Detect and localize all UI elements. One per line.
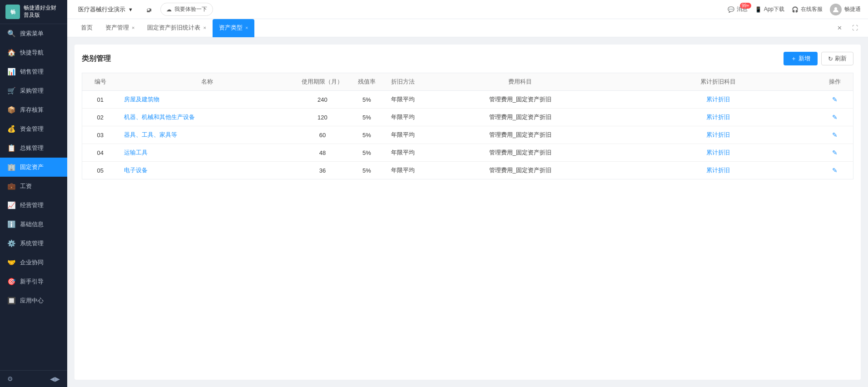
accum-link-3[interactable]: 累计折旧: [706, 131, 730, 138]
sidebar-item-label: 工资: [20, 182, 32, 190]
sidebar-item-app-center[interactable]: 🔲 应用中心: [0, 291, 67, 310]
tab-asset-mgmt-label: 资产管理: [105, 24, 129, 32]
message-icon: 💬: [728, 6, 734, 13]
tab-depreciation[interactable]: 固定资产折旧统计表 ×: [141, 19, 212, 37]
sidebar-item-payroll[interactable]: 💼 工资: [0, 177, 67, 196]
sidebar-item-quick-nav[interactable]: 🏠 快捷导航: [0, 43, 67, 62]
cell-action-5: ✎: [817, 162, 853, 179]
info-icon: ℹ️: [7, 220, 15, 228]
tab-close-window-button[interactable]: ✕: [833, 22, 845, 34]
tabs-bar: 首页 资产管理 × 固定资产折旧统计表 × 资产类型 × ✕ ⛶: [67, 19, 868, 37]
sidebar-item-enterprise[interactable]: 🤝 企业协同: [0, 253, 67, 272]
cell-accum-1: 累计折旧: [619, 91, 817, 109]
cell-name-3: 器具、工具、家具等: [119, 126, 297, 144]
row-name-link-4[interactable]: 运输工具: [124, 149, 148, 156]
edit-button-3[interactable]: ✎: [832, 131, 838, 139]
sidebar-item-sales[interactable]: 📊 销售管理: [0, 62, 67, 81]
user-area[interactable]: 畅捷通: [830, 4, 861, 15]
cell-accum-2: 累计折旧: [619, 109, 817, 126]
sidebar-item-label: 基础信息: [20, 220, 44, 228]
tab-depreciation-close[interactable]: ×: [203, 25, 206, 30]
sidebar-item-funds[interactable]: 💰 资金管理: [0, 119, 67, 139]
table-row: 03 器具、工具、家具等 60 5% 年限平均 管理费用_固定资产折旧 累计折旧…: [82, 126, 853, 144]
tab-expand-button[interactable]: ⛶: [849, 22, 861, 34]
sidebar-item-purchase[interactable]: 🛒 采购管理: [0, 81, 67, 100]
cell-action-1: ✎: [817, 91, 853, 109]
row-name-link-2[interactable]: 机器、机械和其他生产设备: [124, 114, 195, 120]
accum-link-1[interactable]: 累计折旧: [706, 96, 730, 103]
cloud-icon: ☁: [166, 6, 172, 13]
new-button[interactable]: ＋ 新增: [784, 52, 818, 65]
app-download-button[interactable]: 📱 App下载: [755, 5, 784, 13]
plus-icon: ＋: [791, 55, 797, 63]
refresh-button[interactable]: ↻ 刷新: [821, 52, 853, 65]
col-header-id: 编号: [82, 73, 119, 91]
tab-asset-type-close[interactable]: ×: [245, 25, 248, 30]
refresh-button-label: 刷新: [835, 55, 847, 63]
row-name-link-5[interactable]: 电子设备: [124, 167, 148, 174]
cell-expense-2: 管理费用_固定资产折旧: [421, 109, 619, 126]
edit-button-2[interactable]: ✎: [832, 114, 838, 121]
sidebar-item-guide[interactable]: 🎯 新手引导: [0, 272, 67, 291]
tab-asset-type-label: 资产类型: [219, 24, 243, 32]
edit-button-4[interactable]: ✎: [832, 149, 838, 156]
header-right: 💬 消息 99+ 📱 App下载 🎧 在线客服 畅捷通: [728, 4, 861, 15]
tab-asset-mgmt[interactable]: 资产管理 ×: [99, 19, 141, 37]
sidebar-item-inventory[interactable]: 📦 库存核算: [0, 100, 67, 119]
sidebar-item-operations[interactable]: 📈 经营管理: [0, 196, 67, 215]
cell-expense-1: 管理费用_固定资产折旧: [421, 91, 619, 109]
row-name-link-3[interactable]: 器具、工具、家具等: [124, 131, 177, 138]
page-header: 类别管理 ＋ 新增 ↻ 刷新: [82, 52, 853, 65]
sidebar-item-label: 企业协同: [20, 258, 44, 267]
table-body: 01 房屋及建筑物 240 5% 年限平均 管理费用_固定资产折旧 累计折旧 ✎…: [82, 91, 853, 179]
tab-asset-mgmt-close[interactable]: ×: [132, 25, 134, 30]
cell-residual-4: 5%: [348, 144, 385, 162]
settings-bottom-icon[interactable]: ⚙: [7, 375, 13, 382]
table-row: 02 机器、机械和其他生产设备 120 5% 年限平均 管理费用_固定资产折旧 …: [82, 109, 853, 126]
cell-id-5: 05: [82, 162, 119, 179]
app-icon: 🔲: [7, 297, 15, 305]
user-icon: [833, 6, 839, 13]
experience-button[interactable]: ☁ 我要体验一下: [160, 3, 213, 16]
sidebar-item-search[interactable]: 🔍 搜索菜单: [0, 24, 67, 43]
cell-id-4: 04: [82, 144, 119, 162]
edit-button-1[interactable]: ✎: [832, 96, 838, 103]
cell-id-1: 01: [82, 91, 119, 109]
collapse-icon[interactable]: ◀▶: [50, 375, 60, 382]
sidebar-item-fixed-assets[interactable]: 🏢 固定资产: [0, 158, 67, 177]
sidebar-item-ledger[interactable]: 📋 总账管理: [0, 139, 67, 158]
col-header-residual: 残值率: [348, 73, 385, 91]
chevron-down-icon: ▼: [128, 7, 133, 12]
module-selector[interactable]: 医疗器械行业演示 ▼: [74, 4, 137, 15]
sidebar-item-label: 固定资产: [20, 163, 44, 171]
tab-home-label: 首页: [81, 24, 93, 32]
module-name: 医疗器械行业演示: [78, 5, 125, 14]
module-settings-button[interactable]: [142, 3, 155, 16]
message-badge: 99+: [740, 3, 751, 9]
tab-depreciation-label: 固定资产折旧统计表: [147, 24, 200, 32]
sidebar-item-basic-info[interactable]: ℹ️ 基础信息: [0, 215, 67, 234]
avatar: [830, 4, 842, 15]
tab-home[interactable]: 首页: [74, 19, 99, 37]
operations-icon: 📈: [7, 201, 15, 209]
sidebar-item-label: 快捷导航: [20, 49, 44, 57]
online-service-button[interactable]: 🎧 在线客服: [792, 5, 823, 13]
money-icon: 💰: [7, 125, 15, 133]
cell-id-2: 02: [82, 109, 119, 126]
cell-method-2: 年限平均: [385, 109, 421, 126]
cell-name-2: 机器、机械和其他生产设备: [119, 109, 297, 126]
cell-name-5: 电子设备: [119, 162, 297, 179]
sidebar-item-label: 搜索菜单: [20, 30, 44, 38]
top-header: 医疗器械行业演示 ▼ ☁ 我要体验一下 💬 消息 99+ 📱 App下载 🎧: [67, 0, 868, 19]
refresh-icon: ↻: [828, 55, 833, 62]
message-button[interactable]: 💬 消息 99+: [728, 5, 748, 13]
tab-asset-type[interactable]: 资产类型 ×: [213, 19, 254, 37]
row-name-link-1[interactable]: 房屋及建筑物: [124, 96, 159, 103]
accum-link-5[interactable]: 累计折旧: [706, 167, 730, 174]
sidebar-item-system[interactable]: ⚙️ 系统管理: [0, 234, 67, 253]
sidebar-item-label: 应用中心: [20, 297, 44, 305]
accum-link-2[interactable]: 累计折旧: [706, 114, 730, 120]
edit-button-5[interactable]: ✎: [832, 167, 838, 174]
home-icon: 🏠: [7, 49, 15, 57]
accum-link-4[interactable]: 累计折旧: [706, 149, 730, 156]
